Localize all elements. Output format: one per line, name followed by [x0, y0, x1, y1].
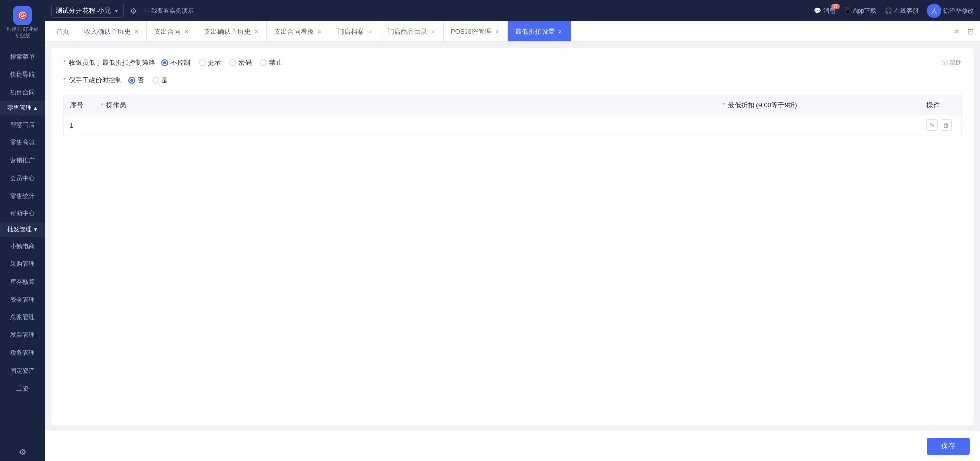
tab-income-confirm[interactable]: 收入确认单历史 ×	[77, 21, 147, 42]
tab-payment-contract[interactable]: 支出合同 ×	[147, 21, 197, 42]
tabbar: 首页 收入确认单历史 × 支出合同 × 支出确认单历史 × 支出合同看板 × 门…	[45, 21, 980, 42]
delete-row-button[interactable]: 🗑	[941, 119, 952, 131]
sidebar-item-tax[interactable]: 税务管理	[0, 344, 45, 361]
radio-hint[interactable]: 提示	[199, 58, 221, 67]
sidebar-item-smart-store[interactable]: 智慧门店	[0, 115, 45, 133]
sidebar-item-ecommerce[interactable]: 小畅电商	[0, 237, 45, 255]
sidebar-item-marketing[interactable]: 营销推广	[0, 151, 45, 169]
radio-circle-forbid	[260, 59, 267, 66]
sidebar-item-search[interactable]: 搜索菜单	[0, 47, 45, 65]
sidebar-item-invoice[interactable]: 发票管理	[0, 326, 45, 344]
radio-forbid[interactable]: 禁止	[260, 58, 282, 67]
tab-close-store-product[interactable]: ×	[430, 28, 436, 35]
cell-operator	[94, 115, 716, 135]
logo-icon: 🎯	[13, 6, 32, 25]
headset-icon: 🎧	[885, 7, 892, 14]
sidebar-item-ledger[interactable]: 总账管理	[0, 308, 45, 326]
help-link[interactable]: ⓘ 帮助	[942, 59, 962, 67]
manual-price-radio-group: 否 是	[128, 76, 168, 85]
discount-table-wrapper: 序号 * 操作员 * 最低折扣 (9.00等于9折) 操作	[63, 95, 962, 135]
tab-pos-password[interactable]: POS加密管理 ×	[444, 21, 507, 42]
tabbar-actions: × ⊡	[948, 25, 976, 38]
settings-gear-icon[interactable]: ⚙	[128, 4, 139, 18]
sidebar-item-wholesale[interactable]: 批发管理 ▼	[0, 222, 45, 237]
radio-circle-no-control	[161, 59, 168, 66]
content-card: * 收银员低于最低折扣控制策略 不控制 提示	[51, 48, 974, 425]
project-name: 测试分开花程-小兄	[56, 6, 111, 15]
tab-close-min-discount[interactable]: ×	[558, 28, 564, 35]
cell-action: ✎ 🗑	[920, 115, 961, 135]
sidebar-item-purchase[interactable]: 采购管理	[0, 255, 45, 273]
cell-discount	[716, 115, 920, 135]
radio-circle-password	[229, 59, 236, 66]
logo-text: 帅捷·适好业财 专业版	[7, 26, 39, 39]
tab-store-product[interactable]: 门店商品目录 ×	[380, 21, 444, 42]
th-discount: * 最低折扣 (9.00等于9折)	[716, 95, 920, 115]
tab-close-payment-board[interactable]: ×	[317, 28, 323, 35]
discount-policy-label: * 收银员低于最低折扣控制策略	[63, 58, 155, 67]
tab-close-income-confirm[interactable]: ×	[134, 28, 139, 35]
radio-no-control[interactable]: 不控制	[161, 58, 190, 67]
form-section: * 收银员低于最低折扣控制策略 不控制 提示	[63, 58, 962, 85]
tab-payment-confirm[interactable]: 支出确认单历史 ×	[197, 21, 267, 42]
tab-close-pos-password[interactable]: ×	[495, 28, 500, 35]
sidebar-item-finance[interactable]: 资金管理	[0, 290, 45, 308]
tab-close-payment-confirm[interactable]: ×	[254, 28, 259, 35]
radio-manual-no[interactable]: 否	[128, 76, 144, 85]
demo-link[interactable]: ○ 我要看实例演示	[145, 7, 193, 15]
chevron-down-icon: ▼	[33, 227, 38, 232]
edit-row-button[interactable]: ✎	[926, 119, 938, 131]
chevron-up-icon: ▲	[33, 105, 38, 111]
main-area: 测试分开花程-小兄 ▼ ⚙ ○ 我要看实例演示 💬 消息 8 📱 App下载 🎧…	[45, 0, 980, 461]
th-operator: * 操作员	[94, 95, 716, 115]
chevron-down-icon: ▼	[114, 8, 119, 14]
customer-service-button[interactable]: 🎧 在线客服	[885, 7, 919, 15]
sidebar-item-inventory[interactable]: 库存核算	[0, 273, 45, 290]
discount-table: 序号 * 操作员 * 最低折扣 (9.00等于9折) 操作	[64, 95, 961, 135]
th-action: 操作	[920, 95, 961, 115]
sidebar-item-assets[interactable]: 固定资产	[0, 361, 45, 379]
topbar-right: 💬 消息 8 📱 App下载 🎧 在线客服 人 徐泽华修改	[814, 4, 974, 18]
manual-price-row: * 仅手工改价时控制 否 是	[63, 76, 962, 85]
sidebar-item-retail-mall[interactable]: 零售商城	[0, 133, 45, 151]
sidebar: 🎯 帅捷·适好业财 专业版 搜索菜单 快捷导航 项目合同 零售管理 ▲ 智慧门店…	[0, 0, 45, 461]
close-tab-button[interactable]: ×	[952, 25, 961, 38]
avatar: 人	[927, 4, 941, 18]
expand-tab-button[interactable]: ⊡	[965, 25, 976, 38]
sidebar-item-shortcut[interactable]: 快捷导航	[0, 65, 45, 83]
sidebar-item-help[interactable]: 帮助中心	[0, 204, 45, 222]
manual-price-label: * 仅手工改价时控制	[63, 76, 122, 85]
discount-policy-row: * 收银员低于最低折扣控制策略 不控制 提示	[63, 58, 962, 67]
radio-circle-manual-yes	[152, 77, 159, 84]
message-badge: 8	[831, 4, 840, 9]
tab-close-payment-contract[interactable]: ×	[184, 28, 189, 35]
sidebar-item-retail-stat[interactable]: 零售统计	[0, 187, 45, 205]
user-profile-button[interactable]: 人 徐泽华修改	[927, 4, 974, 18]
sidebar-item-retail[interactable]: 零售管理 ▲	[0, 101, 45, 115]
tab-payment-board[interactable]: 支出合同看板 ×	[267, 21, 330, 42]
sidebar-settings-button[interactable]: ⚙	[0, 443, 45, 461]
app-icon: 📱	[844, 7, 851, 14]
project-selector[interactable]: 测试分开花程-小兄 ▼	[51, 4, 124, 18]
tab-close-store-file[interactable]: ×	[367, 28, 373, 35]
radio-manual-yes[interactable]: 是	[152, 76, 168, 85]
app-download-button[interactable]: 📱 App下载	[844, 7, 876, 15]
save-button[interactable]: 保存	[927, 438, 970, 455]
radio-password[interactable]: 密码	[229, 58, 252, 67]
sidebar-item-salary[interactable]: 工资	[0, 379, 45, 397]
sidebar-logo: 🎯 帅捷·适好业财 专业版	[0, 0, 45, 45]
content-area: * 收银员低于最低折扣控制策略 不控制 提示	[45, 42, 980, 431]
question-circle-icon: ⓘ	[942, 59, 948, 67]
th-seq: 序号	[64, 95, 94, 115]
radio-circle-hint	[199, 59, 206, 66]
sidebar-item-member[interactable]: 会员中心	[0, 169, 45, 187]
tab-store-file[interactable]: 门店档案 ×	[330, 21, 380, 42]
topbar: 测试分开花程-小兄 ▼ ⚙ ○ 我要看实例演示 💬 消息 8 📱 App下载 🎧…	[45, 0, 980, 21]
message-icon: 💬	[814, 7, 821, 14]
message-button[interactable]: 💬 消息 8	[814, 7, 836, 15]
discount-policy-radio-group: 不控制 提示 密码 禁止	[161, 58, 282, 67]
sidebar-item-project[interactable]: 项目合同	[0, 83, 45, 101]
tab-min-discount[interactable]: 最低折扣设置 ×	[508, 21, 571, 42]
tab-home[interactable]: 首页	[49, 21, 77, 42]
discount-table-container: 序号 * 操作员 * 最低折扣 (9.00等于9折) 操作	[63, 95, 962, 135]
